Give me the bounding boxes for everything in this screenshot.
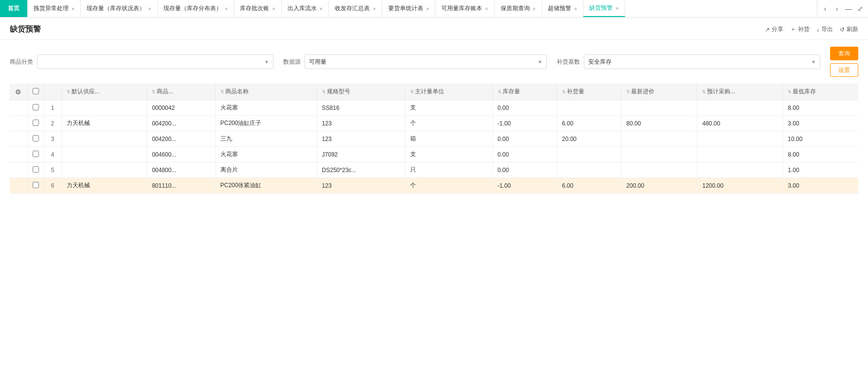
- row-name-cell: PC200张紧油缸: [215, 178, 317, 194]
- tab-inventory-status[interactable]: 现存量（库存状况表）×: [81, 0, 157, 17]
- row-estPurchase-cell: [697, 147, 783, 162]
- row-checkbox[interactable]: [33, 120, 39, 126]
- tab-close-batch-account[interactable]: ×: [272, 6, 275, 12]
- tab-home[interactable]: 首页: [0, 0, 28, 17]
- tab-close-overstock[interactable]: ×: [574, 6, 577, 12]
- col-latestPrice-header[interactable]: ⇅最新进价: [621, 84, 697, 100]
- row-checkbox-cell[interactable]: [27, 131, 44, 147]
- table-row: 10000042火花塞SS816支0.008.00: [10, 100, 858, 116]
- row-settings-cell: [10, 162, 27, 178]
- tab-label-home: 首页: [8, 4, 19, 13]
- tab-shortage[interactable]: 缺货预警×: [583, 0, 625, 17]
- row-replenish-cell: [557, 147, 621, 162]
- row-checkbox-cell[interactable]: [27, 100, 44, 116]
- replenish-button[interactable]: ＋ 补货: [790, 25, 810, 34]
- row-replenish-cell: 6.00: [557, 116, 621, 131]
- row-minStock-cell: 8.00: [783, 100, 858, 116]
- col-minStock-header[interactable]: ⇅最低库存: [783, 84, 858, 100]
- export-button[interactable]: ↓ 导出: [816, 25, 833, 34]
- row-num-cell: 4: [44, 147, 61, 162]
- tab-inventory-dist[interactable]: 现存量（库存分布表）×: [158, 0, 234, 17]
- row-checkbox[interactable]: [33, 135, 39, 141]
- col-num-header: [44, 84, 61, 100]
- row-checkbox-cell[interactable]: [27, 116, 44, 131]
- tab-close-inventory-dist[interactable]: ×: [225, 6, 228, 12]
- refresh-button[interactable]: ↺ 刷新: [840, 25, 858, 34]
- tab-close-inout-flow[interactable]: ×: [320, 6, 323, 12]
- tab-batch-account[interactable]: 库存批次账×: [234, 0, 281, 17]
- data-table: ⚙⇅默认供应...⇅商品...⇅商品名称⇅规格型号⇅主计量单位⇅库存量⇅补货量⇅…: [10, 84, 858, 194]
- row-spec-cell: 123: [317, 131, 405, 147]
- tab-overstock[interactable]: 超储预警×: [542, 0, 583, 17]
- page-content: 缺货预警 ↗ 分享 ＋ 补货 ↓ 导出 ↺ 刷新 商品分类: [0, 18, 868, 387]
- col-estPurchase-header[interactable]: ⇅预计采购...: [697, 84, 783, 100]
- col-settings[interactable]: ⚙: [10, 84, 27, 100]
- row-checkbox-cell[interactable]: [27, 162, 44, 178]
- row-estPurchase-cell: [697, 100, 783, 116]
- tab-label-receive-summary: 收发存汇总表: [335, 4, 370, 13]
- col-name-header[interactable]: ⇅商品名称: [215, 84, 317, 100]
- tab-exception[interactable]: 拣货异常处理×: [28, 0, 81, 17]
- category-select[interactable]: ▼: [37, 54, 273, 69]
- row-checkbox[interactable]: [33, 151, 39, 157]
- sort-icon-latestPrice: ⇅: [626, 89, 630, 94]
- tab-close-shortage[interactable]: ×: [615, 5, 618, 11]
- tab-close-order-stats[interactable]: ×: [426, 6, 429, 12]
- query-button[interactable]: 查询: [830, 47, 858, 60]
- row-checkbox[interactable]: [33, 182, 39, 188]
- row-checkbox-cell[interactable]: [27, 147, 44, 162]
- col-spec-header[interactable]: ⇅规格型号: [317, 84, 405, 100]
- tab-order-stats[interactable]: 要货单统计表×: [382, 0, 435, 17]
- gear-icon[interactable]: ⚙: [15, 88, 21, 96]
- tab-available-ledger[interactable]: 可用量库存账本×: [435, 0, 494, 17]
- col-replenish-header[interactable]: ⇅补货量: [557, 84, 621, 100]
- tab-close-inventory-status[interactable]: ×: [148, 6, 151, 12]
- sort-icon-name: ⇅: [220, 89, 224, 94]
- tab-expiry-query[interactable]: 保质期查询×: [495, 0, 542, 17]
- tab-close-exception[interactable]: ×: [72, 6, 74, 12]
- col-stock-header[interactable]: ⇅库存量: [492, 84, 557, 100]
- row-checkbox[interactable]: [33, 104, 39, 110]
- row-checkbox-cell[interactable]: [27, 178, 44, 194]
- row-supplier-cell: [61, 147, 147, 162]
- share-button[interactable]: ↗ 分享: [765, 25, 783, 34]
- refresh-icon: ↺: [840, 26, 845, 33]
- row-code-cell: 004200...: [147, 116, 215, 131]
- tab-receive-summary[interactable]: 收发存汇总表×: [329, 0, 382, 17]
- datasource-dropdown-icon: ▼: [538, 59, 542, 65]
- tab-close-receive-summary[interactable]: ×: [373, 6, 376, 12]
- table-row: 4004600...火花塞J7092支0.008.00: [10, 147, 858, 162]
- tab-prev-btn[interactable]: ‹: [819, 3, 831, 15]
- row-unit-cell: 个: [405, 116, 492, 131]
- col-supplier-header[interactable]: ⇅默认供应...: [61, 84, 147, 100]
- table-container: ⚙⇅默认供应...⇅商品...⇅商品名称⇅规格型号⇅主计量单位⇅库存量⇅补货量⇅…: [0, 84, 868, 194]
- tab-label-inout-flow: 出入库流水: [288, 4, 317, 13]
- row-minStock-cell: 3.00: [783, 116, 858, 131]
- row-stock-cell: 0.00: [492, 131, 557, 147]
- sort-icon-spec: ⇅: [322, 89, 326, 94]
- replenish-base-select[interactable]: 安全库存 ▼: [584, 54, 820, 69]
- settings-button[interactable]: 设置: [830, 63, 858, 77]
- tab-next-btn[interactable]: ›: [831, 3, 843, 15]
- col-unit-header[interactable]: ⇅主计量单位: [405, 84, 492, 100]
- col-code-header[interactable]: ⇅商品...: [147, 84, 215, 100]
- row-replenish-cell: 20.00: [557, 131, 621, 147]
- tab-minimize-btn[interactable]: —: [843, 3, 854, 15]
- tab-close-available-ledger[interactable]: ×: [485, 6, 488, 12]
- row-estPurchase-cell: [697, 131, 783, 147]
- row-estPurchase-cell: 480.00: [697, 116, 783, 131]
- row-unit-cell: 个: [405, 178, 492, 194]
- row-estPurchase-cell: 1200.00: [697, 178, 783, 194]
- category-dropdown-icon: ▼: [264, 59, 269, 65]
- row-replenish-cell: 6.00: [557, 178, 621, 194]
- sort-icon-replenish: ⇅: [562, 89, 566, 94]
- row-checkbox[interactable]: [33, 166, 39, 173]
- tab-inout-flow[interactable]: 出入库流水×: [282, 0, 329, 17]
- col-checkbox-header[interactable]: [27, 84, 44, 100]
- tab-close-expiry-query[interactable]: ×: [533, 6, 536, 12]
- select-all-checkbox[interactable]: [33, 88, 39, 94]
- row-num-cell: 2: [44, 116, 61, 131]
- tab-fullscreen-btn[interactable]: ⤢: [854, 3, 866, 15]
- row-code-cell: 004600...: [147, 147, 215, 162]
- datasource-select[interactable]: 可用量 ▼: [305, 54, 547, 69]
